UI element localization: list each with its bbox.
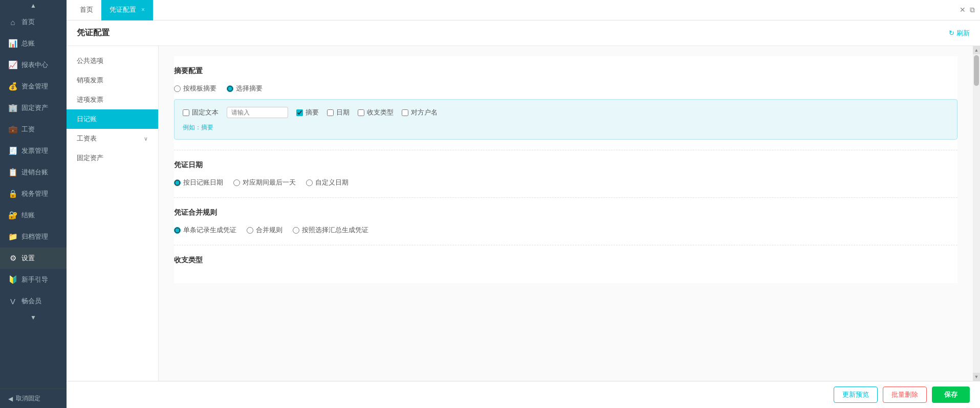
summary-checkboxes: 固定文本 摘要 日期 收支类型 xyxy=(183,107,949,118)
window-restore-button[interactable]: ⧉ xyxy=(970,6,975,14)
summary-cb-input[interactable] xyxy=(296,109,303,116)
left-nav-label: 工资表 xyxy=(77,134,97,143)
scrollbar-track: ▲ ▼ xyxy=(973,46,980,381)
summary-radio-group: 按模板摘要 选择摘要 xyxy=(174,84,957,93)
sidebar-item-label: 畅会员 xyxy=(21,297,41,306)
single-record-input[interactable] xyxy=(174,227,181,234)
sidebar-item-report[interactable]: 📈 报表中心 xyxy=(0,54,67,76)
voucher-date-radio-group: 按日记账日期 对应期间最后一天 自定义日期 xyxy=(174,178,957,187)
last-day-label: 对应期间最后一天 xyxy=(243,178,296,187)
summary-options-box: 固定文本 摘要 日期 收支类型 xyxy=(174,99,957,140)
sidebar-scroll-down[interactable]: ▼ xyxy=(0,312,67,323)
type-cb-label: 收支类型 xyxy=(367,108,394,117)
summary-template-input[interactable] xyxy=(174,85,181,92)
sidebar-item-label: 报表中心 xyxy=(21,60,48,70)
custom-date-radio[interactable]: 自定义日期 xyxy=(306,178,349,187)
left-nav-label: 销项发票 xyxy=(77,76,103,85)
sidebar-item-vip[interactable]: V 畅会员 xyxy=(0,290,67,312)
sidebar-item-ledger[interactable]: 📊 总账 xyxy=(0,33,67,54)
sidebar-item-close[interactable]: 🔐 结账 xyxy=(0,205,67,226)
summary-gen-input[interactable] xyxy=(293,227,299,234)
sidebar-item-label: 新手引导 xyxy=(21,275,48,284)
sidebar-item-assets[interactable]: 🏢 固定资产 xyxy=(0,97,67,119)
summary-template-radio[interactable]: 按模板摘要 xyxy=(174,84,216,93)
counterparty-cb-label: 对方户名 xyxy=(411,108,438,117)
tab-home-label: 首页 xyxy=(80,5,93,14)
refresh-icon: ↻ xyxy=(949,29,954,37)
summary-select-radio[interactable]: 选择摘要 xyxy=(227,84,263,93)
last-day-input[interactable] xyxy=(233,179,240,186)
journal-date-radio[interactable]: 按日记账日期 xyxy=(174,178,223,187)
sidebar-item-home[interactable]: ⌂ 首页 xyxy=(0,11,67,33)
save-button[interactable]: 保存 xyxy=(932,387,970,403)
counterparty-checkbox[interactable]: 对方户名 xyxy=(402,108,438,117)
fixed-text-field[interactable] xyxy=(227,107,288,118)
last-day-radio[interactable]: 对应期间最后一天 xyxy=(233,178,296,187)
sidebar-item-settings[interactable]: ⚙ 设置 xyxy=(0,247,67,269)
journal-date-input[interactable] xyxy=(174,179,181,186)
summary-gen-label: 按照选择汇总生成凭证 xyxy=(302,225,368,235)
type-checkbox[interactable]: 收支类型 xyxy=(358,108,394,117)
close-book-icon: 🔐 xyxy=(8,211,17,220)
merge-rule-radio[interactable]: 合并规则 xyxy=(247,225,282,235)
sidebar-item-tax[interactable]: 🔒 税务管理 xyxy=(0,183,67,205)
scrollbar-up-button[interactable]: ▲ xyxy=(973,46,980,54)
sidebar-item-sales[interactable]: 📋 进销台账 xyxy=(0,162,67,183)
left-nav-item-public[interactable]: 公共选项 xyxy=(67,51,158,71)
left-nav-item-payroll[interactable]: 工资表 ∨ xyxy=(67,129,158,148)
scrollbar-down-button[interactable]: ▼ xyxy=(973,373,980,381)
sidebar-item-guide[interactable]: 🔰 新手引导 xyxy=(0,269,67,290)
merge-rule-input[interactable] xyxy=(247,227,253,234)
left-nav-item-fixed-assets[interactable]: 固定资产 xyxy=(67,148,158,168)
sidebar-item-label: 归档管理 xyxy=(21,232,48,241)
page-header: 凭证配置 ↻ 刷新 xyxy=(67,20,980,46)
window-close-button[interactable]: ✕ xyxy=(960,6,966,14)
single-record-radio[interactable]: 单条记录生成凭证 xyxy=(174,225,236,235)
tab-home[interactable]: 首页 xyxy=(72,0,101,20)
left-nav-label: 进项发票 xyxy=(77,95,103,104)
summary-gen-radio[interactable]: 按照选择汇总生成凭证 xyxy=(293,225,368,235)
report-icon: 📈 xyxy=(8,60,17,70)
left-nav-item-purchase-invoice[interactable]: 进项发票 xyxy=(67,90,158,109)
refresh-label: 刷新 xyxy=(956,29,970,38)
refresh-button[interactable]: ↻ 刷新 xyxy=(949,29,970,38)
left-nav-item-journal[interactable]: 日记账 xyxy=(67,109,158,129)
type-cb-input[interactable] xyxy=(358,109,364,116)
tab-close-button[interactable]: × xyxy=(141,6,145,13)
sidebar-item-funds[interactable]: 💰 资金管理 xyxy=(0,76,67,97)
tab-active-label: 凭证配置 xyxy=(110,5,136,14)
cancel-pin-label: 取消固定 xyxy=(16,394,40,403)
fixed-text-input[interactable] xyxy=(183,109,189,116)
tab-voucher-config[interactable]: 凭证配置 × xyxy=(101,0,153,20)
sidebar-scroll-up[interactable]: ▲ xyxy=(0,0,67,11)
sidebar-item-label: 进销台账 xyxy=(21,168,48,177)
main-area: 首页 凭证配置 × ✕ ⧉ 凭证配置 ↻ 刷新 公共选项 销项发票 进 xyxy=(67,0,980,408)
sidebar-item-salary[interactable]: 💼 工资 xyxy=(0,119,67,140)
scrollbar-thumb[interactable] xyxy=(974,55,979,86)
sidebar-item-archive[interactable]: 📁 归档管理 xyxy=(0,226,67,247)
archive-icon: 📁 xyxy=(8,232,17,241)
tax-icon: 🔒 xyxy=(8,189,17,198)
fixed-text-checkbox[interactable]: 固定文本 xyxy=(183,108,219,117)
counterparty-cb-input[interactable] xyxy=(402,109,408,116)
sidebar-item-invoice-mgmt[interactable]: 🧾 发票管理 xyxy=(0,140,67,162)
custom-date-input[interactable] xyxy=(306,179,313,186)
cancel-pin-button[interactable]: ◀ 取消固定 xyxy=(0,389,67,408)
summary-config-section: 摘要配置 按模板摘要 选择摘要 固定文本 xyxy=(174,56,957,150)
funds-icon: 💰 xyxy=(8,82,17,91)
left-nav-item-sales-invoice[interactable]: 销项发票 xyxy=(67,71,158,90)
batch-delete-button[interactable]: 批量删除 xyxy=(883,387,927,403)
summary-select-label: 选择摘要 xyxy=(236,84,263,93)
sidebar-item-label: 发票管理 xyxy=(21,146,48,155)
content-wrapper: 公共选项 销项发票 进项发票 日记账 工资表 ∨ 固定资产 摘要配置 xyxy=(67,46,980,381)
sales-icon: 📋 xyxy=(8,168,17,177)
receipt-type-section: 收支类型 xyxy=(174,245,957,283)
single-record-label: 单条记录生成凭证 xyxy=(183,225,236,235)
date-checkbox[interactable]: 日期 xyxy=(327,108,350,117)
summary-config-title: 摘要配置 xyxy=(174,66,957,76)
example-text: 例如：摘要 xyxy=(183,123,949,132)
summary-select-input[interactable] xyxy=(227,85,233,92)
update-preview-button[interactable]: 更新预览 xyxy=(834,387,878,403)
date-cb-input[interactable] xyxy=(327,109,334,116)
summary-checkbox[interactable]: 摘要 xyxy=(296,108,319,117)
